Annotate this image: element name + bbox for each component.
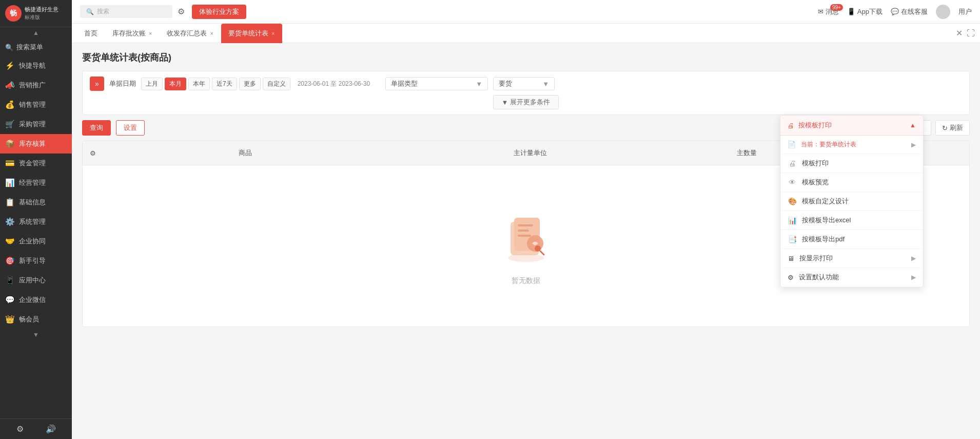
sidebar-item-label-app-center: 应用中心 [19, 276, 46, 285]
topbar-gear-icon[interactable]: ⚙ [178, 7, 185, 16]
sidebar-scroll-up[interactable]: ▲ [0, 27, 72, 39]
dropdown-item-arrow-default-func: ▶ [911, 274, 916, 281]
sidebar-item-operation[interactable]: 📊经营管理 [0, 173, 72, 193]
sidebar-item-label-guide: 新手引导 [19, 256, 46, 265]
date-btn-1[interactable]: 本月 [165, 78, 186, 90]
speaker-icon[interactable]: 🔊 [46, 424, 56, 434]
print-dropdown-header-left: 🖨 按模板打印 [788, 121, 832, 130]
expand-more-btn[interactable]: ▼ 展开更多条件 [493, 95, 559, 109]
yh-arrow-icon: ▼ [542, 80, 549, 88]
sidebar-item-icon-guide: 🎯 [5, 256, 15, 265]
doc-type-label: 单据类型 [391, 79, 418, 88]
sidebar-bottom: ⚙ 🔊 [0, 418, 72, 439]
doc-type-select[interactable]: 单据类型 ▼ [385, 77, 488, 90]
online-service-btn[interactable]: 💬 在线客服 [891, 7, 928, 16]
dropdown-item-preview[interactable]: 👁 模板预览 [780, 173, 923, 192]
sidebar-item-icon-marketing: 📣 [5, 81, 15, 90]
tab-close-batch-ledger[interactable]: × [149, 30, 152, 36]
dropdown-item-left-default-func: ⚙ 设置默认功能 [788, 273, 839, 282]
tab-close-order-stat[interactable]: × [271, 30, 275, 36]
tab-receipt-summary[interactable]: 收发存汇总表× [160, 24, 221, 43]
tab-label-order-stat: 要货单统计表 [228, 29, 268, 38]
expand-more-label: 展开更多条件 [510, 98, 550, 107]
filter-expand-row: ▼ 展开更多条件 [90, 95, 962, 109]
dropdown-item-label-preview: 模板预览 [802, 178, 829, 187]
sidebar-item-vip[interactable]: 👑畅会员 [0, 310, 72, 329]
print-dropdown-header[interactable]: 🖨 按模板打印 ▲ [780, 116, 923, 136]
sidebar-item-system[interactable]: ⚙️系统管理 [0, 212, 72, 232]
refresh-btn[interactable]: ↻ 刷新 [935, 120, 970, 136]
dropdown-item-label-export-pdf: 按模板导出pdf [802, 235, 845, 244]
sidebar-item-enterprise-wx[interactable]: 💬企业微信 [0, 290, 72, 310]
sidebar-item-label-enterprise-wx: 企业微信 [19, 295, 46, 304]
dropdown-item-label-display-print: 按显示打印 [799, 254, 833, 263]
sidebar-search[interactable]: 🔍 搜索菜单 [0, 39, 72, 56]
sidebar-item-inventory[interactable]: 📦库存核算 [0, 134, 72, 154]
dropdown-item-print[interactable]: 🖨 模板打印 [780, 154, 923, 173]
main-area: 🔍 搜索 ⚙ 体验行业方案 ✉ 消息 99+ 📱 App下载 💬 在线客服 用户… [72, 0, 980, 439]
page-title: 要货单统计表(按商品) [82, 51, 970, 64]
tab-close-receipt-summary[interactable]: × [210, 30, 213, 36]
date-range-display: 2023-06-01 至 2023-06-30 [298, 80, 370, 88]
print-dropdown: 🖨 按模板打印 ▲ 📄 当前：要货单统计表 ▶ 🖨 模板打印 👁 模板预览 [780, 115, 924, 288]
dropdown-item-export-excel[interactable]: 📊 按模板导出excel [780, 211, 923, 230]
sidebar-scroll-down[interactable]: ▼ [0, 329, 72, 340]
settings-icon[interactable]: ⚙ [16, 424, 24, 434]
maximize-window-btn[interactable]: ⛶ [967, 29, 975, 38]
dropdown-item-label-export-excel: 按模板导出excel [802, 216, 851, 225]
sidebar-logo: 畅 畅捷通好生意 标准版 [0, 0, 72, 27]
sidebar-item-finance[interactable]: 💳资金管理 [0, 154, 72, 173]
dropdown-item-export-pdf[interactable]: 📑 按模板导出pdf [780, 230, 923, 249]
topbar-search[interactable]: 🔍 搜索 [80, 5, 172, 18]
dropdown-item-default-func[interactable]: ⚙ 设置默认功能 ▶ [780, 268, 923, 287]
sidebar-item-app-center[interactable]: 📱应用中心 [0, 271, 72, 290]
date-btn-3[interactable]: 近7天 [212, 78, 237, 90]
date-btn-5[interactable]: 自定义 [263, 78, 290, 90]
sidebar-item-purchase[interactable]: 🛒采购管理 [0, 114, 72, 134]
date-btn-4[interactable]: 更多 [239, 78, 261, 90]
app-download-btn[interactable]: 📱 App下载 [847, 7, 883, 16]
tab-window-controls: ✕ ⛶ [956, 28, 975, 38]
tab-order-stat[interactable]: 要货单统计表× [221, 24, 282, 43]
dropdown-item-icon-design: 🎨 [788, 197, 797, 205]
yh-filter-select[interactable]: 要货 ▼ [493, 77, 555, 90]
sidebar-item-basic[interactable]: 📋基础信息 [0, 193, 72, 212]
sidebar-item-label-quick-nav: 快捷导航 [19, 61, 46, 70]
user-name[interactable]: 用户 [958, 7, 972, 16]
service-icon: 💬 [891, 8, 899, 15]
trial-btn[interactable]: 体验行业方案 [192, 5, 246, 19]
date-buttons: 上月本月本年近7天更多自定义 [141, 78, 290, 90]
date-btn-0[interactable]: 上月 [141, 78, 163, 90]
refresh-icon: ↻ [942, 124, 948, 132]
svg-rect-4 [518, 230, 529, 232]
sidebar-item-guide[interactable]: 🎯新手引导 [0, 251, 72, 271]
topbar-search-icon: 🔍 [86, 8, 94, 15]
search-icon: 🔍 [5, 44, 13, 51]
dropdown-item-left-display-print: 🖥 按显示打印 [788, 254, 833, 263]
expand-chevron-icon: ▼ [502, 99, 508, 106]
sidebar-item-cooperation[interactable]: 🤝企业协同 [0, 232, 72, 251]
yh-filter-label: 要货 [499, 79, 512, 88]
tab-home[interactable]: 首页 [77, 24, 105, 43]
date-btn-2[interactable]: 本年 [188, 78, 210, 90]
sidebar-item-sales[interactable]: 💰销售管理 [0, 95, 72, 114]
filter-toggle-btn[interactable]: » [90, 77, 104, 91]
sidebar-item-quick-nav[interactable]: ⚡快捷导航 [0, 56, 72, 75]
tab-batch-ledger[interactable]: 库存批次账× [105, 24, 160, 43]
dropdown-item-arrow-current: ▶ [911, 141, 916, 148]
dropdown-item-icon-display-print: 🖥 [788, 255, 794, 262]
query-btn[interactable]: 查询 [82, 120, 111, 136]
user-avatar[interactable] [936, 5, 950, 19]
close-window-btn[interactable]: ✕ [956, 28, 963, 38]
logo-badge: 标准版 [25, 14, 58, 21]
dropdown-item-design[interactable]: 🎨 模板自定义设计 [780, 192, 923, 211]
dropdown-item-icon-print: 🖨 [788, 159, 797, 167]
dropdown-item-display-print[interactable]: 🖥 按显示打印 ▶ [780, 249, 923, 268]
sidebar-item-marketing[interactable]: 📣营销推广 [0, 75, 72, 95]
sidebar-item-icon-inventory: 📦 [5, 139, 15, 148]
sidebar-item-label-vip: 畅会员 [19, 315, 39, 324]
message-btn[interactable]: ✉ 消息 99+ [818, 7, 839, 16]
dropdown-item-current[interactable]: 📄 当前：要货单统计表 ▶ [780, 136, 923, 154]
settings-btn[interactable]: 设置 [116, 120, 145, 136]
svg-rect-5 [518, 235, 531, 237]
